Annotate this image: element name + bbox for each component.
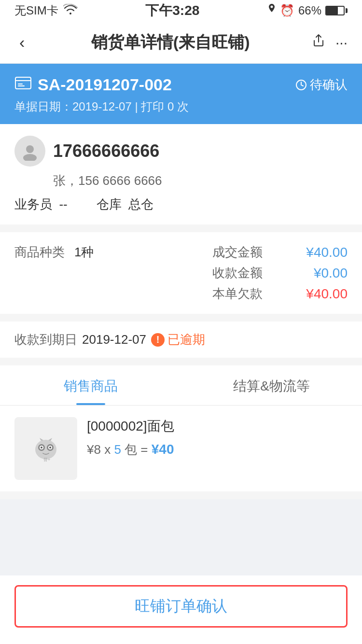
received-amount-row: 收款金额 ¥0.00 (212, 265, 348, 281)
tab-sales-products[interactable]: 销售商品 (0, 365, 181, 405)
svg-rect-0 (15, 77, 31, 89)
product-thumbnail: 督+ (14, 417, 77, 480)
confirm-order-button[interactable]: 旺铺订单确认 (14, 585, 348, 628)
status-time: 下午3:28 (145, 1, 199, 20)
warehouse-value: 总仓 (128, 197, 153, 211)
battery-label: 66% (298, 4, 321, 17)
tabs-section: 销售商品 结算&物流等 (0, 365, 362, 406)
status-left: 无SIM卡 (14, 3, 78, 18)
received-amount-label: 收款金额 (212, 265, 263, 281)
customer-meta: 业务员 -- 仓库 总仓 (14, 196, 348, 213)
customer-name: 张，156 6666 6666 (14, 172, 348, 189)
customer-phone: 17666666666 (53, 141, 159, 161)
product-type-info: 商品种类 1种 (14, 244, 94, 261)
svg-point-3 (23, 154, 37, 161)
tabs: 销售商品 结算&物流等 (0, 365, 362, 406)
salesperson-item: 业务员 -- (14, 196, 68, 213)
location-icon (267, 4, 276, 17)
avatar (14, 136, 45, 167)
product-type-label: 商品种类 (14, 244, 65, 261)
warehouse-label: 仓库 (97, 197, 122, 211)
wifi-icon (63, 4, 78, 17)
owed-amount-value: ¥40.00 (306, 286, 348, 302)
page-title: 销货单详情(来自旺铺) (91, 31, 250, 54)
product-name: [0000002]面包 (87, 417, 348, 435)
share-button[interactable] (311, 33, 326, 51)
svg-point-10 (49, 447, 51, 448)
product-item: 督+ [0000002]面包 ¥8 x 5 包 = ¥40 (14, 417, 348, 480)
customer-section: 17666666666 张，156 6666 6666 业务员 -- 仓库 总仓 (0, 124, 362, 224)
deal-amount-label: 成交金额 (212, 244, 263, 261)
salesperson-value: -- (59, 197, 67, 211)
svg-point-2 (26, 145, 34, 153)
due-date-value: 2019-12-07 (82, 332, 146, 347)
status-label: 待确认 (310, 76, 348, 93)
order-status: 待确认 (295, 76, 348, 93)
owed-amount-label: 本单欠款 (212, 285, 263, 302)
amounts-info: 成交金额 ¥40.00 收款金额 ¥0.00 本单欠款 ¥40.00 (212, 244, 348, 302)
order-date: 单据日期：2019-12-07 | 打印 0 次 (14, 99, 348, 114)
product-info: [0000002]面包 ¥8 x 5 包 = ¥40 (87, 417, 348, 458)
summary-section: 商品种类 1种 成交金额 ¥40.00 收款金额 ¥0.00 本单欠款 ¥40.… (0, 232, 362, 314)
carrier-label: 无SIM卡 (14, 3, 58, 18)
battery-icon (325, 6, 348, 15)
salesperson-label: 业务员 (14, 197, 52, 211)
overdue-badge: ! 已逾期 (151, 331, 205, 348)
deal-amount-value: ¥40.00 (306, 245, 348, 260)
tab-settlement-logistics[interactable]: 结算&物流等 (181, 365, 362, 405)
product-qty: 5 (114, 442, 121, 457)
received-amount-value: ¥0.00 (314, 266, 348, 281)
price-value: ¥8 (87, 442, 101, 457)
alarm-icon: ⏰ (280, 4, 294, 17)
product-section: 督+ [0000002]面包 ¥8 x 5 包 = ¥40 (0, 406, 362, 491)
svg-point-9 (41, 447, 42, 448)
owed-amount-row: 本单欠款 ¥40.00 (212, 285, 348, 302)
status-bar: 无SIM卡 下午3:28 ⏰ 66% (0, 0, 362, 21)
nav-bar: ‹ 销货单详情(来自旺铺) ··· (0, 21, 362, 64)
unit-label: 包 (125, 442, 137, 457)
order-id: SA-20191207-002 (38, 75, 172, 94)
warehouse-item: 仓库 总仓 (97, 196, 153, 213)
overdue-label: 已逾期 (167, 331, 205, 348)
product-price: ¥8 x 5 包 = ¥40 (87, 441, 348, 458)
nav-actions: ··· (311, 33, 348, 51)
order-icon (14, 76, 32, 93)
deal-amount-row: 成交金额 ¥40.00 (212, 244, 348, 261)
svg-point-4 (35, 440, 56, 459)
back-button[interactable]: ‹ (14, 28, 29, 56)
overdue-icon: ! (151, 333, 165, 347)
product-type-value: 1种 (74, 244, 94, 261)
due-date-label: 收款到期日 (14, 331, 77, 348)
confirm-btn-wrap: 旺铺订单确认 (0, 575, 362, 644)
due-date-section: 收款到期日 2019-12-07 ! 已逾期 (0, 322, 362, 358)
product-total: ¥40 (152, 442, 174, 457)
status-right: ⏰ 66% (267, 4, 348, 17)
order-banner: SA-20191207-002 待确认 单据日期：2019-12-07 | 打印… (0, 64, 362, 124)
svg-text:督+: 督+ (43, 457, 50, 462)
more-button[interactable]: ··· (335, 34, 348, 51)
